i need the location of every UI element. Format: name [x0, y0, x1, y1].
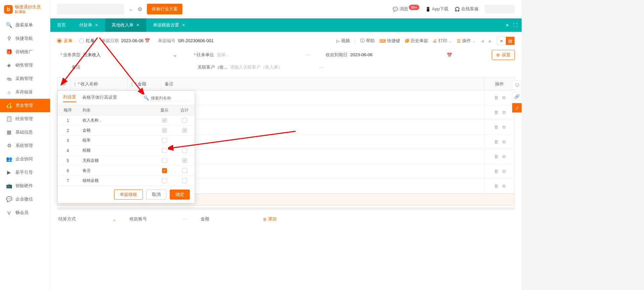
popup-tab-columns[interactable]: 列设置 — [63, 94, 76, 102]
business-type-select[interactable]: 往来收入 — [83, 52, 177, 58]
checkbox[interactable] — [182, 178, 187, 183]
sidebar-item-0[interactable]: 🔍搜索菜单 — [0, 18, 50, 32]
tab-1[interactable]: 付款单✕ — [72, 18, 105, 32]
popup-search-input[interactable] — [151, 96, 188, 100]
sidebar-item-11[interactable]: ▶新手引导 — [0, 166, 50, 179]
ops-button[interactable]: ☰操作⌄ — [457, 38, 476, 44]
support-link[interactable]: 🎧 在线客服 — [454, 6, 479, 12]
copy-icon[interactable]: ⧉ — [502, 184, 505, 189]
copy-icon[interactable]: ⧉ — [502, 110, 505, 115]
settle-mode-select[interactable]: ⌄ — [79, 217, 116, 222]
delete-icon[interactable]: 🗑 — [494, 184, 498, 189]
checkbox[interactable]: ✓ — [162, 128, 167, 133]
settle-account-select[interactable]: ⋯ — [150, 217, 187, 222]
close-icon[interactable]: ✕ — [182, 23, 185, 27]
party-select[interactable]: 选择... — [217, 52, 311, 58]
confirm-button[interactable]: 确定 — [170, 190, 190, 200]
popup-search[interactable]: 🔍 — [142, 95, 189, 101]
column-settings-button[interactable]: ⚙ — [57, 78, 71, 90]
sidebar-item-4[interactable]: 🛍采购管理 — [0, 72, 50, 85]
copy-icon[interactable]: ⧉ — [502, 125, 505, 130]
close-icon[interactable]: ✕ — [95, 23, 98, 27]
org-selector[interactable] — [57, 4, 124, 14]
delete-icon[interactable]: 🗑 — [494, 169, 498, 174]
add-settlement-button[interactable]: ⊕添加 — [263, 216, 277, 222]
tab-3[interactable]: 单据模板设置✕ — [146, 18, 192, 32]
tab-expand-icon[interactable]: ⛶ — [513, 23, 518, 28]
copy-icon[interactable]: ⧉ — [502, 95, 505, 100]
calendar-icon[interactable]: 📅 — [447, 53, 452, 58]
sidebar-item-1[interactable]: ⚲快捷导航 — [0, 32, 50, 45]
app-download-link[interactable]: 📱 App下载 — [425, 6, 448, 12]
checkbox[interactable]: ✓ — [182, 158, 187, 163]
sidebar-item-13[interactable]: 💬企业微信 — [0, 193, 50, 206]
col-income-header[interactable]: ▴▾*收入名称 — [71, 78, 128, 90]
tab-0[interactable]: 首页 — [50, 18, 72, 32]
checkbox[interactable]: ✓ — [162, 168, 167, 173]
col-amount-header[interactable]: ▴▾*金额 — [128, 78, 161, 90]
sidebar-item-6[interactable]: 💰资金管理 — [0, 99, 50, 112]
history-link[interactable]: 🗐历史单据 — [405, 38, 428, 44]
user-area[interactable] — [485, 5, 515, 13]
chevron-down-icon[interactable]: ⌄ — [129, 6, 133, 12]
expand-tool[interactable]: ⤢ — [512, 103, 522, 113]
copy-icon[interactable]: ⧉ — [502, 139, 505, 145]
messages-link[interactable]: 💬 消息 99+ — [393, 6, 419, 12]
sidebar-item-7[interactable]: 📋经营管理 — [0, 112, 50, 126]
cancel-button[interactable]: 取消 — [146, 190, 166, 200]
delete-icon[interactable]: 🗑 — [494, 139, 498, 144]
logo-subtitle: 标准版 — [15, 10, 41, 14]
sidebar-item-2[interactable]: 🎁营销推广 — [0, 45, 50, 59]
print-button[interactable]: 🖨打印⌄ — [433, 38, 452, 44]
checkbox[interactable] — [182, 118, 187, 123]
tab-2[interactable]: 其他收入单✕ — [105, 18, 146, 32]
close-icon[interactable]: ✕ — [136, 23, 140, 27]
list-view-button[interactable]: ≡ — [497, 37, 506, 45]
checkbox[interactable] — [162, 158, 167, 163]
help-link[interactable]: ⓘ帮助 — [360, 38, 375, 44]
note-tool[interactable]: 🗨 — [512, 80, 522, 90]
sidebar-item-10[interactable]: 👥企业协同 — [0, 152, 50, 166]
doc-date[interactable]: 2023-06-06 — [121, 38, 144, 43]
remark-input[interactable] — [83, 67, 177, 68]
column-row: 1收入名称 ⌄✓ — [58, 116, 195, 126]
blue-doc-radio[interactable]: 蓝单 — [57, 38, 72, 44]
video-link[interactable]: ▷视频 — [336, 38, 350, 44]
copy-icon[interactable]: ⧉ — [502, 154, 505, 159]
delete-icon[interactable]: 🗑 — [494, 154, 498, 159]
delete-icon[interactable]: 🗑 — [494, 95, 498, 100]
checkbox[interactable]: ✓ — [162, 118, 167, 123]
sidebar-item-14[interactable]: V畅会员 — [0, 206, 50, 219]
sidebar-item-12[interactable]: 📺智能硬件 — [0, 179, 50, 193]
template-button[interactable]: 单据模板 — [114, 190, 143, 200]
compact-view-button[interactable]: ▤ — [506, 37, 515, 45]
gear-icon[interactable]: ⚙ — [138, 6, 142, 12]
popup-tab-font[interactable]: 表格字体行高设置 — [82, 94, 117, 102]
related-customer-input[interactable]: 请输入关联客户（收入单） — [230, 64, 324, 71]
red-doc-radio[interactable]: 红单 — [79, 38, 95, 44]
tab-close-all-icon[interactable]: ✕ — [505, 23, 509, 28]
calendar-icon[interactable]: 📅 — [145, 38, 150, 43]
delete-icon[interactable]: 🗑 — [494, 110, 498, 115]
checkbox[interactable]: ✓ — [182, 128, 187, 133]
checkbox[interactable] — [162, 178, 167, 183]
next-icon[interactable]: ▶ — [489, 39, 492, 44]
link-tool[interactable]: 🔗 — [512, 92, 522, 101]
try-plan-button[interactable]: 体验行业方案 — [147, 4, 182, 14]
prev-icon[interactable]: ◀ — [481, 39, 484, 44]
checkbox[interactable] — [182, 168, 187, 173]
print-icon: 🖨 — [433, 39, 437, 44]
checkbox[interactable] — [162, 138, 167, 143]
sidebar-item-5[interactable]: ⌂库存核算 — [0, 85, 50, 99]
sidebar-item-9[interactable]: ⚙系统管理 — [0, 139, 50, 152]
checkbox[interactable] — [182, 148, 187, 153]
copy-icon[interactable]: ⧉ — [502, 169, 505, 174]
checkbox[interactable] — [162, 148, 167, 153]
sidebar-item-3[interactable]: ◈销售管理 — [0, 59, 50, 72]
shortcut-link[interactable]: ⌨快捷键 — [379, 38, 400, 44]
horizontal-scrollbar[interactable] — [57, 207, 515, 210]
delete-icon[interactable]: 🗑 — [494, 125, 498, 130]
sidebar-item-8[interactable]: ▦基础信息 — [0, 126, 50, 139]
settings-button[interactable]: ⚙设置 — [492, 50, 515, 60]
due-date-input[interactable]: 2023-06-06 — [350, 52, 444, 58]
